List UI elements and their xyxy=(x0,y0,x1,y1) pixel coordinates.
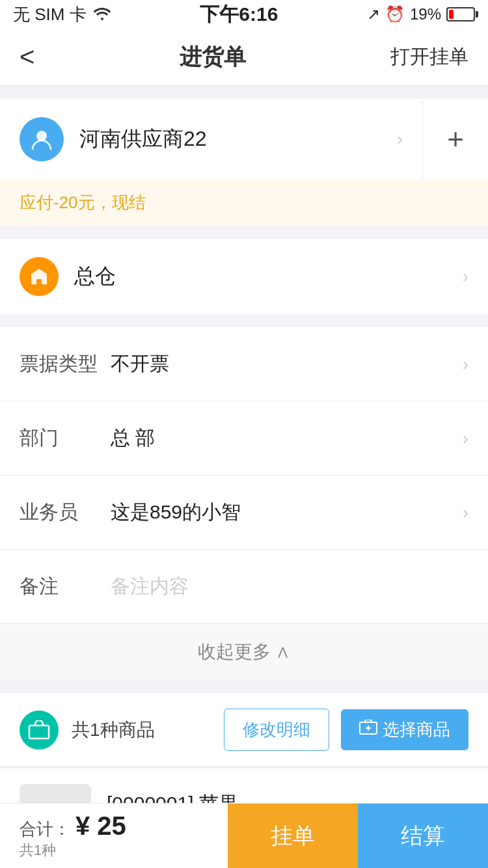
supplier-chevron: › xyxy=(397,129,403,150)
notice-bar: 应付-20元，现结 xyxy=(0,180,488,226)
total-count: 共1种 xyxy=(20,841,208,860)
svg-rect-1 xyxy=(36,279,42,284)
gap-2 xyxy=(0,226,488,239)
staff-chevron: › xyxy=(463,502,468,523)
battery-percent: 19% xyxy=(410,5,441,23)
divider-4 xyxy=(0,766,488,767)
dept-chevron: › xyxy=(463,428,468,449)
dept-row[interactable]: 部门 总 部 › xyxy=(0,401,488,475)
staff-label: 业务员 xyxy=(20,499,111,526)
status-bar: 无 SIM 卡 下午6:16 ↗ ⏰ 19% xyxy=(0,0,488,29)
remark-row[interactable]: 备注 备注内容 xyxy=(0,550,488,623)
status-time: 下午6:16 xyxy=(200,1,278,28)
invoice-chevron: › xyxy=(463,354,468,375)
carrier-text: 无 SIM 卡 xyxy=(13,3,87,26)
total-label: 合计： xyxy=(20,818,70,841)
staff-value: 这是859的小智 xyxy=(111,499,456,526)
footer-total: 合计： ¥ 25 共1种 xyxy=(0,804,228,868)
location-icon: ↗ xyxy=(367,5,380,23)
invoice-value: 不开票 xyxy=(111,351,456,377)
total-row: 合计： ¥ 25 xyxy=(20,811,208,841)
notice-text: 应付-20元，现结 xyxy=(20,193,146,212)
nav-bar: < 进货单 打开挂单 xyxy=(0,29,488,86)
gap-3 xyxy=(0,314,488,327)
products-header: 共1种商品 修改明细 选择商品 xyxy=(0,693,488,766)
products-icon xyxy=(20,711,59,750)
wifi-icon xyxy=(93,5,111,25)
products-count: 共1种商品 xyxy=(72,718,224,742)
staff-row[interactable]: 业务员 这是859的小智 › xyxy=(0,476,488,549)
checkout-button[interactable]: 结算 xyxy=(358,804,488,868)
invoice-row[interactable]: 票据类型 不开票 › xyxy=(0,327,488,401)
svg-point-0 xyxy=(36,131,47,141)
remark-value: 备注内容 xyxy=(111,573,468,600)
dept-label: 部门 xyxy=(20,425,111,452)
footer-bar: 合计： ¥ 25 共1种 挂单 结算 xyxy=(0,803,488,868)
warehouse-section[interactable]: 总仓 › xyxy=(0,239,488,314)
invoice-label: 票据类型 xyxy=(20,351,111,377)
status-right: ↗ ⏰ 19% xyxy=(367,5,475,23)
supplier-name: 河南供应商22 xyxy=(79,125,390,154)
warehouse-name: 总仓 xyxy=(74,262,456,291)
supplier-section: 河南供应商22 › + xyxy=(0,99,488,180)
edit-detail-button[interactable]: 修改明细 xyxy=(224,709,329,751)
hang-order-button[interactable]: 挂单 xyxy=(228,804,358,868)
back-button[interactable]: < xyxy=(20,42,34,72)
alarm-icon: ⏰ xyxy=(385,5,405,23)
select-product-button[interactable]: 选择商品 xyxy=(341,709,468,750)
collapse-toggle[interactable]: 收起更多 ∧ xyxy=(0,623,488,680)
open-pending-button[interactable]: 打开挂单 xyxy=(390,44,468,70)
status-left: 无 SIM 卡 xyxy=(13,3,111,26)
gap-1 xyxy=(0,86,488,99)
select-product-icon xyxy=(359,720,377,740)
battery-indicator xyxy=(446,7,475,21)
remark-label: 备注 xyxy=(20,573,111,600)
total-value: ¥ 25 xyxy=(75,811,126,841)
select-product-label: 选择商品 xyxy=(383,718,450,741)
page-title: 进货单 xyxy=(180,42,246,72)
warehouse-icon xyxy=(20,257,59,296)
dept-value: 总 部 xyxy=(111,425,456,452)
add-supplier-button[interactable]: + xyxy=(423,123,488,156)
gap-4 xyxy=(0,680,488,693)
svg-rect-2 xyxy=(29,726,49,739)
warehouse-chevron: › xyxy=(463,266,468,287)
supplier-select[interactable]: 河南供应商22 › xyxy=(0,99,423,180)
supplier-avatar xyxy=(20,117,64,161)
